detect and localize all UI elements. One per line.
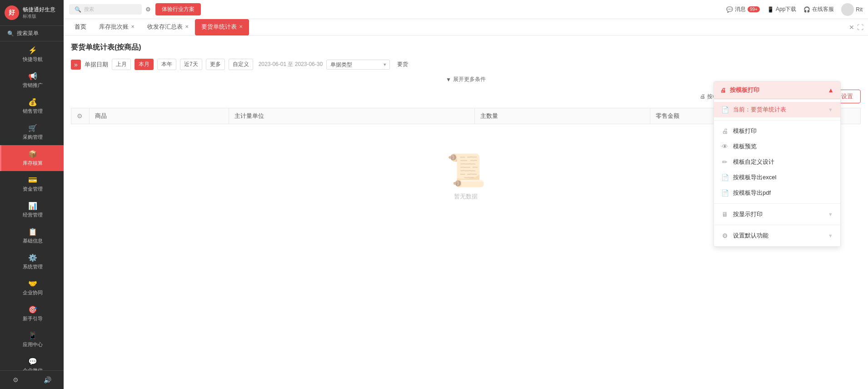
sidebar: 好 畅捷通好生意 标准版 🔍 搜索菜单 ⚡ 快捷导航 📢 营销推广 💰 销售管理… — [0, 0, 64, 389]
sidebar-logo: 好 畅捷通好生意 标准版 — [0, 0, 64, 26]
page-content: 要货单统计表(按商品) » 单据日期 上月 本月 本年 近7天 更多 自定义 2… — [64, 35, 868, 389]
tab-collect-summary[interactable]: 收发存汇总表 ✕ — [141, 19, 195, 35]
sidebar-item-basic[interactable]: 📋 基础信息 — [0, 223, 64, 249]
dropdown-current-template-btn[interactable]: 📄 当前：要货单统计表 ▼ — [714, 102, 840, 117]
search-icon: 🔍 — [7, 30, 14, 37]
purchase-icon: 🛒 — [28, 124, 37, 132]
export-excel-icon: 📄 — [721, 174, 728, 181]
table-header-quantity: 主数量 — [475, 108, 650, 124]
filter-bar: » 单据日期 上月 本月 本年 近7天 更多 自定义 2023-06-01 至 … — [71, 59, 861, 70]
topbar-service-btn[interactable]: 🎧 在线客服 — [803, 5, 834, 13]
app-download-icon: 📱 — [767, 6, 774, 13]
topbar-search[interactable]: 🔍 搜索 — [69, 4, 142, 15]
sidebar-item-finance[interactable]: 💳 资金管理 — [0, 171, 64, 197]
main-area: 🔍 搜索 ⚙ 体验行业方案 💬 消息 99+ 📱 App下载 🎧 在线客服 Ri… — [64, 0, 868, 389]
dropdown-template-custom-btn[interactable]: ✏ 模板自定义设计 — [714, 154, 840, 170]
template-custom-icon: ✏ — [721, 158, 728, 166]
current-template-arrow: ▼ — [828, 107, 833, 112]
dropdown-title: 🖨 按模板打印 — [720, 86, 759, 94]
sidebar-item-quick-nav[interactable]: ⚡ 快捷导航 — [0, 41, 64, 67]
sidebar-item-system[interactable]: ⚙️ 系统管理 — [0, 249, 64, 275]
dropdown-template-print-btn[interactable]: 🖨 模板打印 — [714, 123, 840, 139]
sales-icon: 💰 — [28, 98, 37, 106]
topbar-message-btn[interactable]: 💬 消息 99+ — [726, 5, 760, 13]
date-more-btn[interactable]: 更多 — [206, 59, 225, 70]
default-func-icon: ⚙ — [721, 232, 728, 239]
inventory-icon: 📦 — [28, 150, 37, 158]
template-preview-icon: 👁 — [721, 143, 728, 150]
topbar-right: 💬 消息 99+ 📱 App下载 🎧 在线客服 Rit — [726, 3, 863, 16]
filter-toggle-btn[interactable]: » — [71, 60, 81, 70]
tab-order-stats[interactable]: 要货单统计表 ✕ — [195, 19, 249, 35]
system-icon: ⚙️ — [28, 253, 37, 262]
display-print-icon: 🖥 — [721, 211, 728, 218]
topbar-gear-btn[interactable]: ⚙ — [145, 6, 151, 13]
message-icon: 💬 — [726, 6, 733, 13]
dropdown-export-pdf-btn[interactable]: 📄 按模板导出pdf — [714, 185, 840, 201]
operation-icon: 📊 — [28, 202, 37, 210]
sidebar-item-appstore[interactable]: 📱 应用中心 — [0, 327, 64, 353]
dropdown-display-print-btn[interactable]: 🖥 按显示打印 ▼ — [714, 207, 840, 222]
date-prev-month-btn[interactable]: 上月 — [112, 59, 131, 70]
date-last-7-days-btn[interactable]: 近7天 — [180, 59, 202, 70]
dropdown-export-excel-btn[interactable]: 📄 按模板导出excel — [714, 170, 840, 185]
wechat-icon: 💬 — [28, 357, 37, 366]
promo-button[interactable]: 体验行业方案 — [155, 3, 201, 15]
current-template-icon: 📄 — [721, 106, 728, 113]
table-col-settings-icon[interactable]: ⚙ — [77, 112, 83, 120]
sidebar-item-operation[interactable]: 📊 经营管理 — [0, 197, 64, 223]
collab-icon: 🤝 — [28, 279, 37, 288]
empty-text: 暂无数据 — [454, 192, 478, 201]
default-func-arrow: ▼ — [828, 233, 833, 238]
quick-nav-icon: ⚡ — [28, 46, 37, 55]
tab-close-all-btn[interactable]: ✕ — [849, 24, 854, 31]
topbar-app-download-btn[interactable]: 📱 App下载 — [767, 5, 796, 13]
dropdown-print-icon: 🖨 — [720, 87, 726, 94]
sidebar-item-marketing[interactable]: 📢 营销推广 — [0, 67, 64, 93]
sidebar-sound-btn[interactable]: 🔊 — [40, 374, 55, 385]
tabs-bar: 首页 库存批次账 ✕ 收发存汇总表 ✕ 要货单统计表 ✕ ✕ ⛶ — [64, 19, 868, 35]
sidebar-item-purchase[interactable]: 🛒 采购管理 — [0, 119, 64, 145]
sidebar-item-wechat[interactable]: 💬 企业微信 — [0, 353, 64, 370]
order-field-label: 要货 — [397, 61, 408, 68]
appstore-icon: 📱 — [28, 331, 37, 340]
table-header-settings[interactable]: ⚙ — [71, 108, 90, 124]
message-badge: 99+ — [748, 6, 760, 12]
topbar-avatar-area[interactable]: Rit — [841, 3, 863, 16]
date-current-month-btn[interactable]: 本月 — [135, 59, 154, 70]
date-range-display: 2023-06-01 至 2023-06-30 — [259, 61, 323, 68]
finance-icon: 💳 — [28, 176, 37, 184]
topbar: 🔍 搜索 ⚙ 体验行业方案 💬 消息 99+ 📱 App下载 🎧 在线客服 Ri… — [64, 0, 868, 19]
tab-home[interactable]: 首页 — [68, 19, 93, 35]
date-label: 单据日期 — [85, 61, 108, 69]
dropdown-display-print-section: 🖥 按显示打印 ▼ — [714, 204, 840, 225]
dropdown-default-func-btn[interactable]: ⚙ 设置默认功能 ▼ — [714, 228, 840, 243]
tab-close-order[interactable]: ✕ — [239, 24, 243, 29]
type-select[interactable]: 单据类型 — [326, 60, 390, 70]
tab-close-batch[interactable]: ✕ — [131, 24, 135, 29]
sidebar-footer: ⚙ 🔊 — [0, 370, 64, 389]
date-current-year-btn[interactable]: 本年 — [157, 59, 176, 70]
dropdown-close-btn[interactable]: ▲ — [828, 86, 834, 94]
date-custom-btn[interactable]: 自定义 — [229, 59, 253, 70]
dropdown-template-preview-btn[interactable]: 👁 模板预览 — [714, 139, 840, 154]
sidebar-search-btn[interactable]: 🔍 搜索菜单 — [0, 26, 64, 41]
dropdown-current-section: 📄 当前：要货单统计表 ▼ — [714, 99, 840, 121]
logo-icon: 好 — [5, 5, 19, 20]
expand-more-btn[interactable]: ▼ 展开更多条件 — [440, 74, 491, 85]
type-select-wrapper: 单据类型 — [326, 60, 390, 70]
sidebar-item-inventory[interactable]: 📦 库存核算 — [0, 145, 64, 171]
tab-batch-account[interactable]: 库存批次账 ✕ — [93, 19, 141, 35]
sidebar-item-collab[interactable]: 🤝 企业协同 — [0, 275, 64, 301]
tab-close-collect[interactable]: ✕ — [185, 24, 189, 29]
sidebar-item-guide[interactable]: 🎯 新手引导 — [0, 301, 64, 327]
print-icon: 🖨 — [700, 93, 705, 100]
sidebar-nav: ⚡ 快捷导航 📢 营销推广 💰 销售管理 🛒 采购管理 📦 库存核算 💳 资金管… — [0, 41, 64, 370]
tab-expand-btn[interactable]: ⛶ — [857, 24, 863, 31]
expand-icon: ▼ — [446, 76, 451, 83]
dropdown-default-func-section: ⚙ 设置默认功能 ▼ — [714, 225, 840, 247]
sidebar-settings-btn[interactable]: ⚙ — [9, 374, 22, 385]
sidebar-item-sales[interactable]: 💰 销售管理 — [0, 93, 64, 119]
dropdown-header: 🖨 按模板打印 ▲ — [714, 81, 840, 99]
guide-icon: 🎯 — [28, 305, 37, 314]
